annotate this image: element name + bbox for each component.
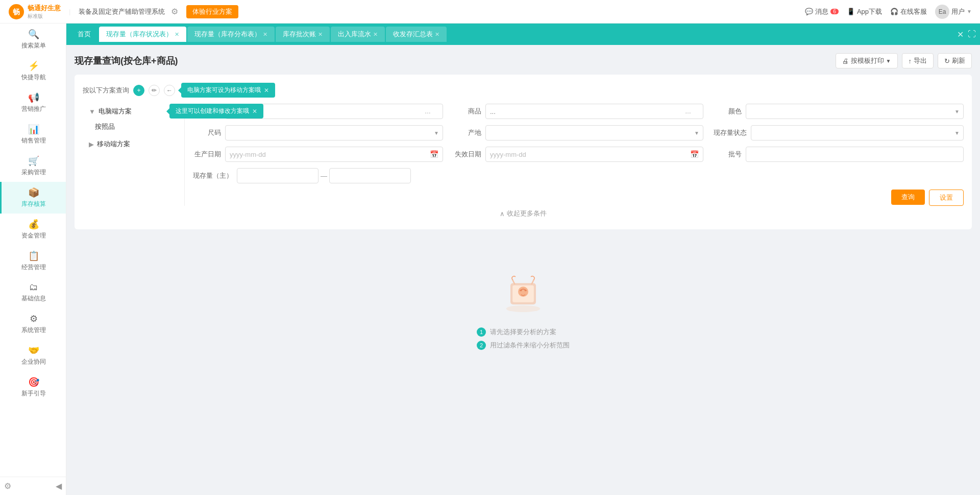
goods-input[interactable] xyxy=(485,104,703,119)
reset-button[interactable]: 设置 xyxy=(929,190,964,206)
tab-close-inventory-status[interactable]: ✕ xyxy=(175,31,179,38)
produce-date-input[interactable]: yyyy-mm-dd 📅 xyxy=(225,147,443,162)
collapse-label: 收起更多条件 xyxy=(507,209,547,218)
refresh-icon: ↻ xyxy=(944,57,950,65)
sidebar-item-label: 营销推广 xyxy=(21,105,46,113)
sidebar-item-purchase[interactable]: 🛒 采购管理 xyxy=(0,150,66,182)
headset-icon: 🎧 xyxy=(890,8,898,15)
scheme-item-desktop[interactable]: ▼ 电脑端方案 xyxy=(83,104,178,119)
stock-main-min-input[interactable] xyxy=(237,168,318,183)
filter-top-row: 按以下方案查询 + ✏ ← 电脑方案可设为移动方案哦 ✕ xyxy=(83,83,964,98)
content-area: 首页 现存量（库存状况表） ✕ 现存量（库存分布表） ✕ 库存批次账 ✕ 出入库… xyxy=(66,23,980,495)
sidebar-item-search[interactable]: 🔍 搜索菜单 xyxy=(0,23,66,55)
refresh-button[interactable]: ↻ 刷新 xyxy=(938,53,972,68)
empty-state: 1 请先选择要分析的方案 2 用过滤条件来缩小分析范围 xyxy=(75,235,972,381)
stock-main-label: 现存量（主） xyxy=(193,171,233,180)
color-select[interactable] xyxy=(746,104,964,119)
size-select[interactable] xyxy=(225,125,443,140)
tab-inout-flow[interactable]: 出入库流水 ✕ xyxy=(331,27,385,42)
tooltip-scheme-text: 电脑方案可设为移动方案哦 xyxy=(187,86,261,95)
filter-row-4: 现存量（主） — xyxy=(193,168,964,183)
sidebar-item-basic[interactable]: 🗂 基础信息 xyxy=(0,277,66,308)
page-actions: 🖨 按模板打印 ▼ ↑ 导出 ↻ 刷新 xyxy=(836,53,972,68)
sidebar-bottom: ⚙ ◀ xyxy=(0,477,66,495)
origin-select[interactable] xyxy=(485,125,703,140)
message-item[interactable]: 💬 消息 6 xyxy=(805,7,839,16)
filter-row-1: 仓库 … 商品 xyxy=(193,104,964,119)
top-bar: 畅 畅通好生意 标准版 | 装备及固定资产辅助管理系统 ⚙ 体验行业方案 💬 消… xyxy=(0,0,980,23)
scheme-item-mobile[interactable]: ▶ 移动端方案 xyxy=(83,136,178,152)
support-item[interactable]: 🎧 在线客服 xyxy=(890,7,927,16)
trial-button[interactable]: 体验行业方案 xyxy=(186,5,238,18)
print-button[interactable]: 🖨 按模板打印 ▼ xyxy=(836,53,898,68)
scheme-label-mobile: 移动端方案 xyxy=(97,139,130,149)
scheme-edit-button[interactable]: ✏ xyxy=(149,85,160,96)
sidebar-item-finance[interactable]: 💰 资金管理 xyxy=(0,214,66,245)
tab-close-inventory-dist[interactable]: ✕ xyxy=(263,31,267,38)
top-bar-left: 畅 畅通好生意 标准版 | 装备及固定资产辅助管理系统 ⚙ 体验行业方案 xyxy=(8,4,238,20)
tab-close-all-icon[interactable]: ✕ xyxy=(957,30,964,39)
user-initials: Ea xyxy=(939,8,946,15)
sidebar-item-quick[interactable]: ⚡ 快捷导航 xyxy=(0,55,66,87)
top-bar-right: 💬 消息 6 📱 App下载 🎧 在线客服 Ea 用户 ▼ xyxy=(805,5,972,19)
sidebar-item-operations[interactable]: 📋 经营管理 xyxy=(0,245,66,277)
scheme-arrow-desktop: ▼ xyxy=(89,108,95,115)
scheme-arrow-mobile: ▶ xyxy=(89,140,94,148)
stock-status-select[interactable] xyxy=(751,125,964,140)
search-icon: 🔍 xyxy=(28,29,39,40)
collapse-up-icon: ∧ xyxy=(500,210,505,218)
sidebar-item-inventory[interactable]: 📦 库存核算 xyxy=(0,182,66,214)
warehouse-more-icon[interactable]: … xyxy=(425,108,431,115)
guide-icon: 🎯 xyxy=(28,376,39,388)
sidebar-item-label: 新手引导 xyxy=(21,389,46,398)
filter-color: 颜色 ▼ xyxy=(714,104,964,119)
user-item[interactable]: Ea 用户 ▼ xyxy=(935,5,972,19)
logo-area: 畅 畅通好生意 标准版 xyxy=(8,4,61,20)
tooltip-create: 这里可以创建和修改方案哦 ✕ xyxy=(169,104,263,119)
filter-size: 尺码 ▼ xyxy=(193,125,443,140)
sidebar-item-marketing[interactable]: 📢 营销推广 xyxy=(0,87,66,119)
expire-date-input[interactable]: yyyy-mm-dd 📅 xyxy=(485,147,703,162)
tab-close-batch-account[interactable]: ✕ xyxy=(318,31,323,38)
empty-tip-2: 2 用过滤条件来缩小分析范围 xyxy=(477,341,570,350)
tab-inventory-dist[interactable]: 现存量（库存分布表） ✕ xyxy=(187,27,275,42)
svg-point-6 xyxy=(520,290,522,291)
sidebar: 🔍 搜索菜单 ⚡ 快捷导航 📢 营销推广 📊 销售管理 🛒 采购管理 xyxy=(0,23,66,495)
sidebar-settings-icon[interactable]: ⚙ xyxy=(4,481,11,491)
filter-scheme-label: 按以下方案查询 xyxy=(83,86,129,95)
sales-icon: 📊 xyxy=(28,124,39,135)
tab-inventory-status[interactable]: 现存量（库存状况表） ✕ xyxy=(99,27,186,42)
tab-close-inout-flow[interactable]: ✕ xyxy=(373,31,378,38)
tab-home[interactable]: 首页 xyxy=(70,27,98,42)
message-badge: 6 xyxy=(830,9,839,14)
export-button[interactable]: ↑ 导出 xyxy=(902,53,934,68)
goods-more-icon[interactable]: … xyxy=(685,108,691,115)
app-download-item[interactable]: 📱 App下载 xyxy=(847,7,882,16)
expire-date-label: 失效日期 xyxy=(453,150,481,159)
quick-icon: ⚡ xyxy=(28,60,39,72)
tab-close-receive-summary[interactable]: ✕ xyxy=(435,31,439,38)
filter-body: ▼ 电脑端方案 这里可以创建和修改方案哦 ✕ xyxy=(83,104,964,206)
sidebar-item-enterprise[interactable]: 🤝 企业协同 xyxy=(0,340,66,371)
batch-input[interactable] xyxy=(746,147,964,162)
scheme-item-bygoods[interactable]: 按照品 xyxy=(83,119,178,134)
tab-receive-summary[interactable]: 收发存汇总表 ✕ xyxy=(386,27,447,42)
search-button[interactable]: 查询 xyxy=(891,190,925,205)
tab-fullscreen-icon[interactable]: ⛶ xyxy=(968,30,976,39)
collapse-button[interactable]: ∧ 收起更多条件 xyxy=(500,209,547,218)
filter-fields: 仓库 … 商品 xyxy=(185,104,964,206)
sidebar-collapse-icon[interactable]: ◀ xyxy=(56,481,62,491)
scheme-back-button[interactable]: ← xyxy=(164,85,175,96)
stock-main-max-input[interactable] xyxy=(329,168,411,183)
tab-batch-account[interactable]: 库存批次账 ✕ xyxy=(276,27,330,42)
scheme-sub-label: 按照品 xyxy=(95,122,115,131)
logo-main-text: 畅通好生意 xyxy=(28,4,61,13)
settings-icon[interactable]: ⚙ xyxy=(171,7,178,16)
tooltip-scheme-close[interactable]: ✕ xyxy=(264,87,269,94)
tooltip-create-close[interactable]: ✕ xyxy=(252,108,257,115)
sidebar-item-system[interactable]: ⚙ 系统管理 xyxy=(0,308,66,340)
scheme-add-button[interactable]: + xyxy=(133,85,144,96)
batch-label: 批号 xyxy=(714,150,742,159)
sidebar-item-sales[interactable]: 📊 销售管理 xyxy=(0,119,66,150)
sidebar-item-guide[interactable]: 🎯 新手引导 xyxy=(0,371,66,403)
